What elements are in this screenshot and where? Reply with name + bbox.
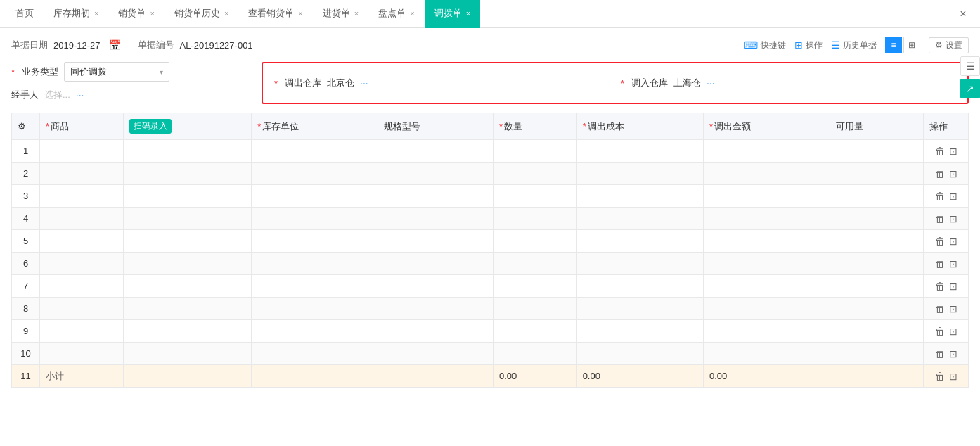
cell-actions: 🗑 ⊡: [924, 140, 969, 163]
delete-icon[interactable]: 🗑: [935, 326, 945, 337]
transfer-in-more-button[interactable]: ···: [707, 77, 715, 89]
settings-button[interactable]: ⚙ 设置: [929, 37, 969, 53]
transfer-in-required: *: [621, 78, 624, 89]
cell-scan: [123, 275, 252, 298]
cell-qty[interactable]: [493, 163, 576, 185]
cell-qty[interactable]: [493, 275, 576, 298]
sidebar-export-tool[interactable]: ↗: [960, 79, 980, 98]
cell-product[interactable]: [40, 253, 124, 275]
tab-sales-history-close[interactable]: ×: [224, 9, 228, 18]
delete-icon[interactable]: 🗑: [935, 371, 945, 382]
tab-inventory-init[interactable]: 库存期初 ×: [44, 0, 108, 28]
cell-cost[interactable]: [576, 298, 703, 320]
tab-transfer-order[interactable]: 调拨单 ×: [425, 0, 480, 28]
subtotal-scan: [123, 365, 252, 388]
cell-product[interactable]: [40, 275, 124, 298]
copy-icon[interactable]: ⊡: [949, 281, 958, 292]
tab-transfer-order-close[interactable]: ×: [466, 9, 470, 18]
cell-cost[interactable]: [576, 185, 703, 208]
cell-cost[interactable]: [576, 208, 703, 230]
cell-qty[interactable]: [493, 253, 576, 275]
calendar-icon[interactable]: 📅: [109, 39, 121, 51]
transfer-in-label: 调入仓库: [631, 77, 668, 89]
cell-qty[interactable]: [493, 208, 576, 230]
person-placeholder[interactable]: 选择...: [44, 89, 70, 101]
cell-actions: 🗑 ⊡: [924, 163, 969, 185]
cell-cost[interactable]: [576, 320, 703, 343]
row-num: 6: [12, 253, 40, 275]
cell-actions: 🗑 ⊡: [924, 185, 969, 208]
delete-icon[interactable]: 🗑: [935, 281, 945, 292]
delete-icon[interactable]: 🗑: [935, 213, 945, 224]
cell-product[interactable]: [40, 343, 124, 365]
tab-purchase-order-close[interactable]: ×: [354, 9, 359, 18]
tab-sales-history[interactable]: 销货单历史 ×: [165, 0, 238, 28]
cell-qty[interactable]: [493, 230, 576, 253]
shortcut-button[interactable]: ⌨ 快捷键: [744, 39, 786, 51]
cell-product[interactable]: [40, 163, 124, 185]
cell-qty[interactable]: [493, 320, 576, 343]
business-type-select[interactable]: 同价调拨 ▾: [64, 62, 169, 82]
window-close-button[interactable]: ×: [952, 3, 974, 25]
cell-cost[interactable]: [576, 163, 703, 185]
tab-bar: 首页 库存期初 × 销货单 × 销货单历史 × 查看销货单 × 进货单 × 盘点…: [0, 0, 980, 28]
cell-scan: [123, 185, 252, 208]
tab-sales-order[interactable]: 销货单 ×: [108, 0, 164, 28]
tab-inventory-check-close[interactable]: ×: [410, 9, 414, 18]
delete-icon[interactable]: 🗑: [935, 258, 945, 269]
copy-icon[interactable]: ⊡: [949, 258, 958, 269]
cell-qty[interactable]: [493, 185, 576, 208]
transfer-in-field: * 调入仓库 上海仓 ···: [621, 77, 956, 89]
cell-qty[interactable]: [493, 298, 576, 320]
doc-no-field: 单据编号 AL-20191227-001: [138, 39, 253, 51]
copy-icon[interactable]: ⊡: [949, 326, 958, 337]
tab-home[interactable]: 首页: [6, 0, 44, 28]
cell-product[interactable]: [40, 230, 124, 253]
scan-button[interactable]: 扫码录入: [129, 119, 172, 134]
cell-scan: [123, 230, 252, 253]
copy-icon[interactable]: ⊡: [949, 303, 958, 314]
tab-sales-order-close[interactable]: ×: [150, 9, 154, 18]
delete-icon[interactable]: 🗑: [935, 236, 945, 247]
copy-icon[interactable]: ⊡: [949, 146, 958, 157]
cell-qty[interactable]: [493, 343, 576, 365]
cell-product[interactable]: [40, 208, 124, 230]
tab-inventory-init-close[interactable]: ×: [94, 9, 98, 18]
delete-icon[interactable]: 🗑: [935, 348, 945, 359]
doc-no-value: AL-20191227-001: [180, 40, 253, 51]
delete-icon[interactable]: 🗑: [935, 168, 945, 179]
tab-view-sales-label: 查看销货单: [248, 7, 294, 20]
operation-button[interactable]: ⊞ 操作: [794, 39, 823, 51]
cell-product[interactable]: [40, 320, 124, 343]
view-list-button[interactable]: ≡: [885, 37, 902, 53]
history-button[interactable]: ☰ 历史单据: [831, 39, 877, 51]
th-gear[interactable]: ⚙: [12, 113, 40, 140]
cell-cost[interactable]: [576, 275, 703, 298]
tab-inventory-check[interactable]: 盘点单 ×: [368, 0, 424, 28]
delete-icon[interactable]: 🗑: [935, 303, 945, 314]
copy-icon[interactable]: ⊡: [949, 236, 958, 247]
cell-cost[interactable]: [576, 343, 703, 365]
tab-purchase-order[interactable]: 进货单 ×: [313, 0, 368, 28]
cell-cost[interactable]: [576, 140, 703, 163]
cell-cost[interactable]: [576, 253, 703, 275]
delete-icon[interactable]: 🗑: [935, 146, 945, 157]
cell-cost[interactable]: [576, 230, 703, 253]
delete-icon[interactable]: 🗑: [935, 191, 945, 202]
tab-view-sales-close[interactable]: ×: [298, 9, 302, 18]
copy-icon[interactable]: ⊡: [949, 348, 958, 359]
sidebar-doc-tool[interactable]: ☰: [960, 56, 980, 76]
copy-icon[interactable]: ⊡: [949, 213, 958, 224]
cell-qty[interactable]: [493, 140, 576, 163]
person-more-button[interactable]: ···: [76, 89, 84, 101]
cell-available: [830, 208, 924, 230]
tab-view-sales[interactable]: 查看销货单 ×: [238, 0, 312, 28]
cell-product[interactable]: [40, 185, 124, 208]
cell-product[interactable]: [40, 298, 124, 320]
view-grid-button[interactable]: ⊞: [903, 37, 920, 53]
transfer-out-more-button[interactable]: ···: [360, 77, 368, 89]
copy-icon[interactable]: ⊡: [949, 168, 958, 179]
cell-product[interactable]: [40, 140, 124, 163]
copy-icon[interactable]: ⊡: [949, 371, 958, 382]
copy-icon[interactable]: ⊡: [949, 191, 958, 202]
